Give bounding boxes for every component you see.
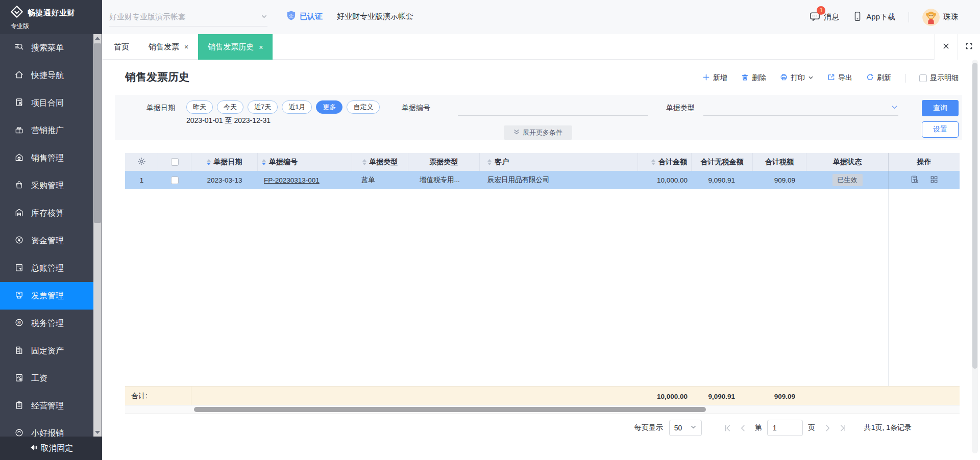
certified-badge[interactable]: 企 已认证: [286, 10, 323, 23]
tab-bar: 首页 销售发票 × 销售发票历史 ×: [102, 34, 980, 60]
page-toolbar: 新增 删除 打印 导出 刷新 显示明细: [702, 73, 959, 83]
double-chevron-down-icon: [513, 129, 520, 137]
chevron-down-icon: [261, 13, 267, 22]
sidebar-item-label: 资金管理: [31, 236, 64, 246]
chevron-down-icon: [808, 74, 814, 82]
page-suffix: 页: [808, 423, 815, 432]
sidebar-scrollbar-thumb[interactable]: [94, 43, 101, 223]
chip-custom[interactable]: 自定义: [347, 100, 380, 114]
show-detail-checkbox[interactable]: [919, 74, 927, 82]
doc-type-select[interactable]: [703, 101, 898, 116]
per-page-select[interactable]: 50: [669, 420, 702, 436]
header-doc-type[interactable]: 单据类型: [352, 153, 408, 171]
vertical-scrollbar[interactable]: [972, 60, 978, 453]
sidebar-item-tax[interactable]: 税 税务管理: [0, 310, 93, 337]
unpin-sidebar-button[interactable]: 取消固定: [0, 437, 102, 460]
toolbar-divider: [905, 74, 905, 83]
sidebar-item-general-ledger[interactable]: 总账管理: [0, 254, 93, 282]
header-net-amount[interactable]: 合计无税金额: [692, 153, 753, 171]
sidebar-item-project-contract[interactable]: 项目合同: [0, 89, 93, 117]
add-button[interactable]: 新增: [702, 73, 727, 83]
first-page-button[interactable]: [720, 420, 736, 436]
header-customer[interactable]: 客户: [480, 153, 638, 171]
header-doc-date[interactable]: 单据日期: [191, 153, 258, 171]
sidebar-item-funds[interactable]: 资金管理: [0, 227, 93, 254]
scroll-up-icon[interactable]: [93, 34, 102, 42]
horizontal-scrollbar-thumb[interactable]: [194, 407, 706, 412]
scroll-down-icon[interactable]: [93, 428, 102, 437]
avatar: [922, 9, 940, 26]
messages-button[interactable]: 消息 1: [810, 11, 839, 23]
header-amount[interactable]: 合计金额: [638, 153, 692, 171]
grid-view-icon[interactable]: [930, 175, 938, 185]
table-row[interactable]: 1 2023-03-13 FP-20230313-001 蓝单 增值税专用...…: [125, 171, 960, 189]
settings-button[interactable]: 设置: [922, 121, 959, 138]
header-tax[interactable]: 合计税额: [753, 153, 806, 171]
refresh-button[interactable]: 刷新: [866, 73, 891, 83]
table-total-row: 合计: 10,000.00 9,090.91 909.09: [125, 386, 960, 405]
sidebar-item-payroll[interactable]: 工资: [0, 365, 93, 392]
sort-icon[interactable]: [487, 159, 492, 165]
account-selector[interactable]: 好业财专业版演示帐套: [109, 8, 267, 27]
header-doc-no[interactable]: 单据编号: [258, 153, 352, 171]
header-status[interactable]: 单据状态: [806, 153, 888, 171]
vertical-scrollbar-thumb[interactable]: [972, 63, 977, 369]
user-menu[interactable]: 珠珠: [922, 9, 959, 26]
last-page-button[interactable]: [836, 420, 851, 436]
brand-logo-icon: [10, 5, 23, 20]
prev-page-button[interactable]: [736, 420, 751, 436]
tab-close-icon[interactable]: ×: [184, 43, 188, 51]
export-button[interactable]: 导出: [827, 73, 852, 83]
select-all-checkbox[interactable]: [171, 158, 179, 166]
sort-icon[interactable]: [262, 159, 266, 165]
sidebar-item-invoice-management[interactable]: 发票管理: [0, 282, 93, 310]
page-number-input[interactable]: [767, 420, 803, 436]
sort-icon[interactable]: [362, 159, 366, 165]
sidebar-item-marketing[interactable]: 营销推广: [0, 117, 93, 144]
expand-more-conditions-button[interactable]: 展开更多条件: [504, 125, 572, 140]
preview-doc-icon[interactable]: [910, 175, 919, 185]
sidebar-item-reimburse[interactable]: 小好报销: [0, 420, 93, 437]
chip-yesterday[interactable]: 昨天: [186, 100, 213, 114]
column-settings-button[interactable]: [125, 153, 158, 171]
app-download-button[interactable]: App下载: [852, 11, 895, 23]
doc-no-input[interactable]: [458, 101, 648, 116]
doc-no-link[interactable]: FP-20230313-001: [264, 176, 320, 184]
fullscreen-icon: [965, 42, 973, 52]
sidebar-item-quick-nav[interactable]: 快捷导航: [0, 62, 93, 89]
sidebar-item-sales[interactable]: 销售管理: [0, 144, 93, 172]
warehouse-icon: [14, 208, 24, 219]
query-button[interactable]: 查询: [922, 100, 959, 116]
tab-sales-invoice-history[interactable]: 销售发票历史 ×: [198, 34, 273, 60]
next-page-button[interactable]: [820, 420, 836, 436]
tab-home[interactable]: 首页: [104, 34, 139, 60]
sidebar-item-search-menu[interactable]: 搜索菜单: [0, 34, 93, 62]
date-filter-label: 单据日期: [146, 104, 175, 113]
sort-icon[interactable]: [651, 159, 655, 165]
close-all-tabs-button[interactable]: [934, 34, 957, 60]
sidebar-item-fixed-assets[interactable]: 固定资产: [0, 337, 93, 365]
tab-close-icon[interactable]: ×: [259, 43, 263, 52]
chip-last-month[interactable]: 近1月: [282, 100, 312, 114]
header-invoice-type[interactable]: 票据类型: [408, 153, 480, 171]
sidebar-scrollbar[interactable]: [93, 34, 102, 437]
per-page-label: 每页显示: [634, 423, 663, 432]
sort-icon[interactable]: [207, 159, 211, 165]
header-actions: 操作: [888, 153, 960, 171]
row-checkbox[interactable]: [171, 176, 179, 184]
date-range-value[interactable]: 2023-01-01 至 2023-12-31: [186, 116, 271, 125]
sidebar-item-inventory[interactable]: 库存核算: [0, 199, 93, 227]
tab-sales-invoice[interactable]: 销售发票 ×: [139, 34, 198, 60]
print-button[interactable]: 打印: [780, 73, 814, 83]
sidebar-item-purchase[interactable]: 采购管理: [0, 172, 93, 199]
fullscreen-button[interactable]: [957, 34, 980, 60]
chip-today[interactable]: 今天: [217, 100, 243, 114]
chip-last7days[interactable]: 近7天: [248, 100, 278, 114]
delete-button[interactable]: 删除: [741, 73, 766, 83]
show-detail-toggle[interactable]: 显示明细: [919, 73, 959, 83]
payroll-icon: [14, 373, 24, 385]
pagination-bar: 每页显示 50 第 页 共1页, 1条记录: [634, 420, 912, 436]
horizontal-scrollbar[interactable]: [125, 405, 960, 414]
sidebar-item-operations[interactable]: 经营管理: [0, 392, 93, 420]
chip-more[interactable]: 更多: [316, 100, 342, 114]
